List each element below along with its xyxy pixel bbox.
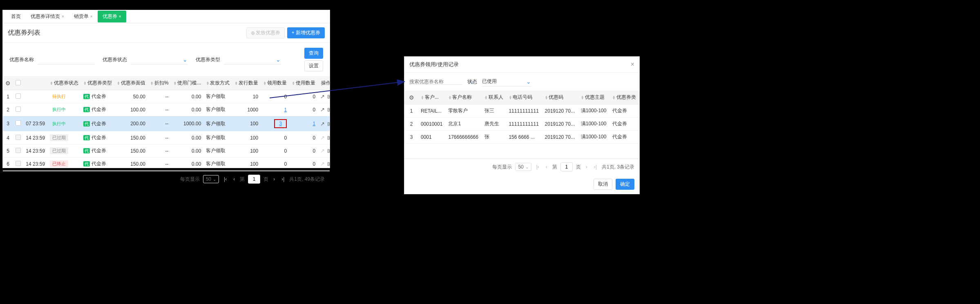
filter-status-select[interactable]: ⌄ xyxy=(130,55,188,64)
prev-page-button[interactable]: ‹ xyxy=(232,175,237,183)
share-icon[interactable]: ↗ xyxy=(320,93,325,100)
main-pagination: 每页显示 50 ⌄ |‹ ‹ 第 页 › ›| 共1页, 49条记录 xyxy=(3,171,330,187)
coupon-table-wrap[interactable]: ⚙ ▲▼优惠券状态▲▼优惠券类型▲▼优惠券面值▲▼折扣%▲▼使用门槛...▲▼发… xyxy=(3,76,330,171)
table-row[interactable]: 3 000117666666666张 156 6666 ...2019120 7… xyxy=(404,131,639,144)
qr-icon[interactable]: ⊞ xyxy=(327,161,330,167)
status-badge: 待执行 xyxy=(50,93,68,100)
page-prefix: 第 xyxy=(240,176,245,183)
filter-status-label: 优惠券状态 xyxy=(103,56,127,63)
select-all-checkbox[interactable] xyxy=(16,80,21,85)
close-icon[interactable]: × xyxy=(631,61,634,68)
qr-icon[interactable]: ⊞ xyxy=(327,135,330,141)
chevron-down-icon: ⌄ xyxy=(183,56,188,63)
sort-icon[interactable]: ▲▼ xyxy=(83,81,87,85)
share-icon: ↗ xyxy=(320,161,325,167)
last-page-button[interactable]: ›| xyxy=(592,163,598,171)
query-button[interactable]: 查询 xyxy=(304,48,323,59)
share-icon[interactable]: ↗ xyxy=(320,107,325,113)
page-summary: 共1页, 49条记录 xyxy=(289,176,325,183)
confirm-button[interactable]: 确定 xyxy=(616,179,634,190)
detail-window: 优惠券领用/使用记录 × ⌕ 状态 已使用 ⌄ ⚙ ▲▼客户...▲▼客户名称▲… xyxy=(404,56,640,194)
gear-icon[interactable]: ⚙ xyxy=(409,94,414,101)
table-row[interactable]: 1 RETAIL...零散客户张三 111111111112019120 70.… xyxy=(404,104,639,118)
next-page-button[interactable]: › xyxy=(584,163,589,171)
page-input[interactable] xyxy=(248,175,260,184)
tab[interactable]: 优惠券详情页× xyxy=(26,11,69,22)
close-icon[interactable]: × xyxy=(62,14,64,19)
sort-icon[interactable]: ▲▼ xyxy=(448,95,451,100)
table-row[interactable]: 1 待执行 代代金券 50.00 -- 0.00 客户领取 10 0 0 ↗ ⊞ xyxy=(3,90,330,103)
sort-icon[interactable]: ▲▼ xyxy=(581,95,584,100)
filter-row: 优惠券名称 优惠券状态 ⌄ 优惠券类型 ⌄ 查询 设置 xyxy=(3,43,330,76)
close-icon[interactable]: × xyxy=(90,14,93,19)
received-count-link[interactable]: 1 xyxy=(284,107,287,113)
row-checkbox[interactable] xyxy=(16,135,21,140)
detail-status-select[interactable]: 已使用 ⌄ xyxy=(482,77,531,87)
status-badge: 执行中 xyxy=(50,106,68,113)
gear-icon[interactable]: ⚙ xyxy=(5,80,11,87)
sort-icon[interactable]: ▲▼ xyxy=(421,95,424,100)
tab[interactable]: 销货单× xyxy=(69,11,98,22)
share-icon[interactable]: ↗ xyxy=(320,121,325,127)
per-page-select[interactable]: 50 ⌄ xyxy=(203,175,219,183)
sort-icon[interactable]: ▲▼ xyxy=(509,95,512,100)
row-checkbox[interactable] xyxy=(16,120,21,126)
last-page-button[interactable]: ›| xyxy=(280,175,286,183)
sort-icon[interactable]: ▲▼ xyxy=(206,81,209,85)
tab[interactable]: 优惠券× xyxy=(98,11,126,22)
sort-icon[interactable]: ▲▼ xyxy=(117,81,120,85)
next-page-button[interactable]: › xyxy=(272,175,277,183)
status-badge: 已终止 xyxy=(50,160,68,167)
settings-button[interactable]: 设置 xyxy=(304,60,323,71)
qr-icon[interactable]: ⊞ xyxy=(327,148,330,154)
page-suffix: 页 xyxy=(263,176,268,183)
cancel-button[interactable]: 取消 xyxy=(594,179,612,190)
table-row[interactable]: 4 14 23:59 已过期 代代金券 150.00 -- 0.00 客户领取 … xyxy=(3,131,330,144)
table-row[interactable]: 2 执行中 代代金券 100.00 -- 0.00 客户领取 1000 1 0 … xyxy=(3,103,330,116)
sort-icon[interactable]: ▲▼ xyxy=(612,95,616,100)
tab[interactable]: 首页 xyxy=(6,11,26,22)
sort-icon[interactable]: ▲▼ xyxy=(263,81,266,85)
add-coupon-button[interactable]: + 新增优惠券 xyxy=(287,27,325,38)
sort-icon[interactable]: ▲▼ xyxy=(50,81,53,85)
page-input[interactable] xyxy=(560,162,573,171)
filter-name-input[interactable] xyxy=(37,55,94,64)
table-row[interactable]: 2 00010001北京1唐先生 111111111112019120 70..… xyxy=(404,118,639,131)
search-input[interactable] xyxy=(409,79,471,84)
detail-table: ⚙ ▲▼客户...▲▼客户名称▲▼联系人▲▼电话号码▲▼优惠码▲▼优惠主题▲▼优… xyxy=(404,91,639,144)
table-row[interactable]: 5 14 23:59 已过期 代代金券 150.00 -- 0.00 客户领取 … xyxy=(3,144,330,158)
sort-icon[interactable]: ▲▼ xyxy=(292,81,295,85)
per-page-label: 每页显示 xyxy=(180,176,200,183)
filter-type-select[interactable]: ⌄ xyxy=(223,55,281,64)
table-row[interactable]: 6 14 23:59 已终止 代代金券 150.00 -- 0.00 客户领取 … xyxy=(3,158,330,171)
coupon-table: ⚙ ▲▼优惠券状态▲▼优惠券类型▲▼优惠券面值▲▼折扣%▲▼使用门槛...▲▼发… xyxy=(3,76,330,171)
table-row[interactable]: 3 07 23:59 执行中 代代金券 200.00 -- 1000.00 客户… xyxy=(3,116,330,131)
close-icon[interactable]: × xyxy=(119,14,121,19)
detail-table-wrap[interactable]: ⚙ ▲▼客户...▲▼客户名称▲▼联系人▲▼电话号码▲▼优惠码▲▼优惠主题▲▼优… xyxy=(404,91,639,144)
share-icon: ↗ xyxy=(320,148,325,154)
row-checkbox[interactable] xyxy=(16,93,21,99)
received-count-link[interactable]: 3 xyxy=(279,121,282,126)
used-count-link[interactable]: 1 xyxy=(313,121,315,126)
sort-icon[interactable]: ▲▼ xyxy=(150,81,154,85)
status-badge: 已过期 xyxy=(50,134,68,141)
share-icon: ↗ xyxy=(320,135,325,141)
prev-page-button[interactable]: ‹ xyxy=(544,163,549,171)
qr-icon[interactable]: ⊞ xyxy=(327,121,330,127)
detail-status-label: 状态 xyxy=(467,78,477,85)
distribute-button[interactable]: ⊕ 发放优惠券 xyxy=(246,27,285,38)
sort-icon[interactable]: ▲▼ xyxy=(234,81,238,85)
first-page-button[interactable]: |‹ xyxy=(222,175,228,183)
sort-icon[interactable]: ▲▼ xyxy=(545,95,548,100)
distribute-icon: ⊕ xyxy=(251,30,255,36)
sort-icon[interactable]: ▲▼ xyxy=(484,95,488,100)
row-checkbox[interactable] xyxy=(16,107,21,112)
qr-icon[interactable]: ⊞ xyxy=(327,93,330,100)
qr-icon[interactable]: ⊞ xyxy=(327,107,330,113)
per-page-select[interactable]: 50 ⌄ xyxy=(515,163,531,171)
row-checkbox[interactable] xyxy=(16,161,21,166)
sort-icon[interactable]: ▲▼ xyxy=(173,81,176,85)
search-wrap: ⌕ xyxy=(409,79,462,85)
row-checkbox[interactable] xyxy=(16,148,21,153)
first-page-button[interactable]: |‹ xyxy=(535,163,541,171)
